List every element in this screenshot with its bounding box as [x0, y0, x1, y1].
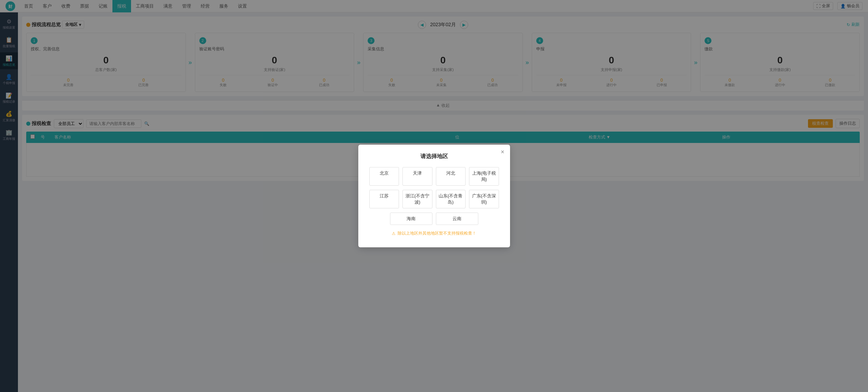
region-btn-河北[interactable]: 河北: [436, 167, 466, 186]
region-btn-江苏[interactable]: 江苏: [369, 190, 399, 208]
modal-regions-row3: 海南云南: [369, 213, 499, 225]
region-select-modal: × 请选择地区 北京天津河北上海(电子税局) 江苏浙江(不含宁波)山东(不含青岛…: [358, 145, 510, 247]
warning-icon: ⚠: [392, 231, 396, 236]
modal-warning: ⚠ 除以上地区外其他地区暂不支持报税检查！: [369, 230, 499, 236]
region-btn-浙江(不含宁波)[interactable]: 浙江(不含宁波): [402, 190, 432, 208]
region-btn-云南[interactable]: 云南: [436, 213, 478, 225]
region-btn-山东(不含青岛)[interactable]: 山东(不含青岛): [436, 190, 466, 208]
modal-title: 请选择地区: [369, 153, 499, 160]
warning-text: 除以上地区外其他地区暂不支持报税检查！: [398, 230, 476, 236]
modal-overlay: × 请选择地区 北京天津河北上海(电子税局) 江苏浙江(不含宁波)山东(不含青岛…: [0, 0, 868, 392]
region-btn-天津[interactable]: 天津: [402, 167, 432, 186]
region-btn-广东(不含深圳)[interactable]: 广东(不含深圳): [469, 190, 499, 208]
modal-regions-row2: 江苏浙江(不含宁波)山东(不含青岛)广东(不含深圳): [369, 190, 499, 208]
region-btn-上海(电子税局)[interactable]: 上海(电子税局): [469, 167, 499, 186]
modal-close-button[interactable]: ×: [501, 149, 505, 155]
region-btn-海南[interactable]: 海南: [390, 213, 432, 225]
region-btn-北京[interactable]: 北京: [369, 167, 399, 186]
modal-regions-row1: 北京天津河北上海(电子税局): [369, 167, 499, 186]
